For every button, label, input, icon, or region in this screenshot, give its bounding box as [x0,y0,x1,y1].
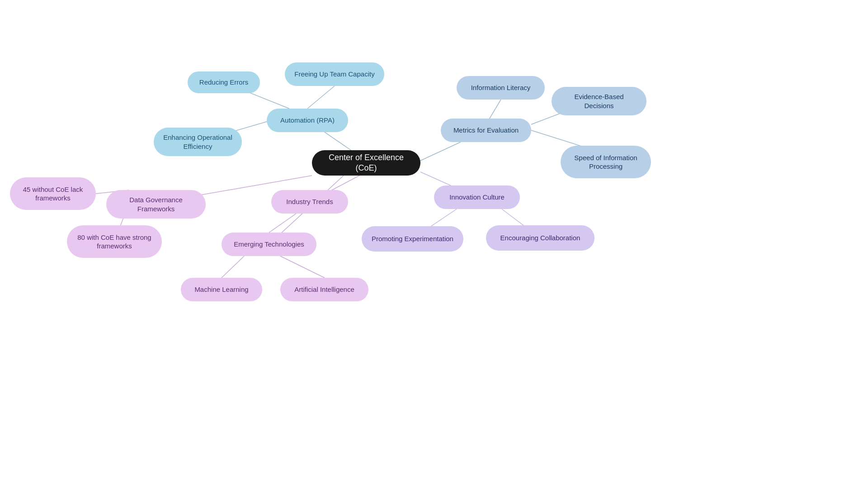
encouraging-node: Encouraging Collaboration [486,225,594,251]
svg-line-14 [269,214,296,233]
metrics-node: Metrics for Evaluation [441,119,531,142]
machine-learning-node: Machine Learning [181,278,262,301]
info-literacy-node: Information Literacy [457,76,545,100]
evidence-based-node: Evidence-Based Decisions [552,87,646,115]
reducing-errors-node: Reducing Errors [188,71,260,93]
svg-line-7 [307,86,335,109]
automation-node: Automation (RPA) [267,109,348,132]
speed-node: Speed of Information Processing [561,146,651,178]
data-governance-node: Data Governance Frameworks [106,190,206,219]
industry-trends-node: Industry Trends [271,190,348,214]
ai-node: Artificial Intelligence [280,278,368,301]
emerging-node: Emerging Technologies [222,233,316,256]
freeing-up-node: Freeing Up Team Capacity [285,62,384,86]
enhancing-node: Enhancing Operational Efficiency [154,128,242,156]
svg-line-16 [280,256,325,278]
center-node: Center of Excellence (CoE) [312,150,420,176]
svg-line-15 [222,256,244,278]
promoting-node: Promoting Experimentation [362,226,463,252]
innovation-node: Innovation Culture [434,186,520,209]
45-without-node: 45 without CoE lack frameworks [10,177,96,210]
80-with-node: 80 with CoE have strong frameworks [67,225,162,258]
